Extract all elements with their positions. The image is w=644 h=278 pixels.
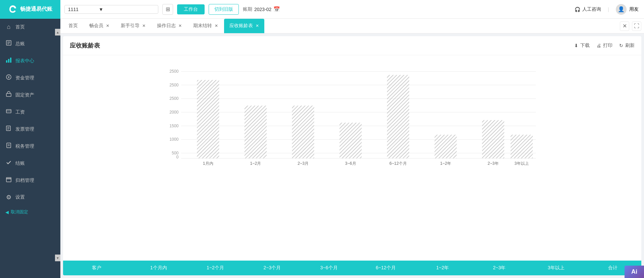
svg-text:6~12个月: 6~12个月 <box>389 161 407 166</box>
consultation-button[interactable]: 🎧 人工咨询 <box>575 6 601 12</box>
bar-2~3月 <box>292 106 314 158</box>
tab-expand-button[interactable]: ⛶ <box>632 21 641 31</box>
settings-icon: ⚙ <box>5 194 12 201</box>
bar-1~2年 <box>435 135 457 158</box>
sidebar-label-settings: 设置 <box>15 194 50 200</box>
content-area: 首页 畅会员 ✕ 新手引导 ✕ 操作日志 ✕ 期末结转 ✕ 应收账龄表 ✕ <box>60 19 644 278</box>
sidebar-label-salary: 工资 <box>15 109 50 115</box>
pin-icon: ◀ <box>5 210 9 215</box>
tab-guide-close[interactable]: ✕ <box>142 24 146 28</box>
refresh-button[interactable]: ↻ 刷新 <box>619 43 635 49</box>
tab-period-end[interactable]: 期末结转 ✕ <box>188 19 223 33</box>
refresh-icon: ↻ <box>619 43 623 48</box>
period-info: 账期 2023-02 📅 <box>243 6 280 12</box>
sidebar-item-invoice[interactable]: 发票管理 <box>0 121 60 138</box>
bar-3~6月 <box>339 123 362 158</box>
ai-badge[interactable]: Ai <box>625 266 644 278</box>
print-button[interactable]: 🖨 打印 <box>596 43 612 49</box>
svg-rect-10 <box>6 110 11 113</box>
tab-period-end-close[interactable]: ✕ <box>215 24 218 28</box>
sidebar-item-tax[interactable]: 税务管理 <box>0 138 60 155</box>
sidebar-label-assets: 固定资产 <box>15 92 50 98</box>
svg-text:2~3年: 2~3年 <box>488 161 499 166</box>
bar-3年以上 <box>511 135 533 158</box>
home-icon: ⌂ <box>5 23 12 30</box>
sidebar-item-salary[interactable]: 工资 <box>0 103 60 121</box>
tab-aging-label: 应收账龄表 <box>229 23 253 29</box>
sidebar-item-settings[interactable]: ⚙ 设置 <box>0 189 60 206</box>
workbench-button[interactable]: 工作台 <box>177 4 205 14</box>
salary-icon <box>5 108 12 116</box>
checkout-icon <box>5 159 12 167</box>
sidebar-item-report[interactable]: 报表中心 <box>0 52 60 69</box>
download-icon: ⬇ <box>574 43 578 48</box>
header-right: 🎧 人工咨询 | 👤 用友 <box>575 4 639 15</box>
tab-oplog-close[interactable]: ✕ <box>178 24 182 28</box>
svg-text:2500: 2500 <box>169 69 178 74</box>
svg-rect-20 <box>6 178 11 179</box>
assets-icon <box>5 91 12 99</box>
sidebar-item-finance[interactable]: ¥ 资金管理 <box>0 69 60 86</box>
user-area[interactable]: 👤 用友 <box>616 4 639 15</box>
tab-guide[interactable]: 新手引导 ✕ <box>115 19 151 33</box>
download-button[interactable]: ⬇ 下载 <box>574 43 590 49</box>
tab-member-close[interactable]: ✕ <box>106 24 109 28</box>
ai-badge-label: Ai <box>631 268 637 275</box>
print-icon: 🖨 <box>596 43 601 48</box>
table-col-1-2m: 1~2个月 <box>187 265 244 271</box>
svg-text:1~2年: 1~2年 <box>440 161 451 166</box>
svg-text:3年以上: 3年以上 <box>515 161 529 166</box>
top-header: 畅捷通易代账 1111 ▼ ⊞ 工作台 切到旧版 账期 2023-02 📅 🎧 … <box>0 0 644 19</box>
tab-aging[interactable]: 应收账龄表 ✕ <box>224 19 264 33</box>
sidebar-item-home[interactable]: ⌂ 首页 <box>0 19 60 35</box>
cancel-fixed-button[interactable]: ◀ 取消固定 <box>0 206 60 218</box>
sidebar-item-ledger[interactable]: 总账 <box>0 35 60 52</box>
ledger-icon <box>5 40 12 48</box>
switch-old-button[interactable]: 切到旧版 <box>209 4 239 15</box>
table-col-customer: 客户 <box>63 265 130 271</box>
sidebar-item-checkout[interactable]: 结账 <box>0 155 60 172</box>
user-avatar: 👤 <box>616 4 627 15</box>
tabs-actions: ✕ ⛶ <box>620 19 641 33</box>
svg-rect-6 <box>10 58 11 63</box>
table-col-3y: 3年以上 <box>528 265 584 271</box>
tab-home[interactable]: 首页 <box>63 19 83 33</box>
table-col-6-12m: 6~12个月 <box>357 265 414 271</box>
tab-period-end-label: 期末结转 <box>193 23 212 29</box>
period-value: 2023-02 <box>254 7 271 12</box>
sidebar-label-finance: 资金管理 <box>15 75 50 81</box>
sidebar-scroll-up[interactable]: ▲ <box>55 29 60 36</box>
bar-1~2月 <box>245 106 267 158</box>
tab-aging-close[interactable]: ✕ <box>256 24 259 28</box>
tab-member[interactable]: 畅会员 ✕ <box>84 19 115 33</box>
svg-rect-9 <box>6 93 11 96</box>
sidebar-label-invoice: 发票管理 <box>15 126 50 132</box>
tab-close-button[interactable]: ✕ <box>620 21 629 31</box>
svg-rect-5 <box>8 59 9 63</box>
copy-button[interactable]: ⊞ <box>162 4 173 15</box>
refresh-label: 刷新 <box>625 43 635 49</box>
calendar-icon[interactable]: 📅 <box>273 6 280 12</box>
svg-text:2000: 2000 <box>169 110 178 115</box>
tab-guide-label: 新手引导 <box>121 23 140 29</box>
logo-icon <box>8 5 17 14</box>
download-label: 下载 <box>580 43 590 49</box>
sidebar-item-assets[interactable]: 固定资产 <box>0 86 60 103</box>
company-selector[interactable]: 1111 ▼ <box>64 5 158 14</box>
sidebar-label-report: 报表中心 <box>15 58 50 64</box>
logo-text: 畅捷通易代账 <box>20 6 52 13</box>
svg-text:1500: 1500 <box>169 124 178 128</box>
consultation-label: 人工咨询 <box>582 6 601 12</box>
main-layout: ▲ ⌂ 首页 总账 报表中心 ¥ 资金管理 固定资产 <box>0 19 644 278</box>
sidebar-scroll-down[interactable]: ▼ <box>55 255 60 261</box>
tab-oplog[interactable]: 操作日志 ✕ <box>152 19 187 33</box>
page-actions: ⬇ 下载 🖨 打印 ↻ 刷新 <box>574 43 635 49</box>
page-header: 应收账龄表 ⬇ 下载 🖨 打印 ↻ 刷新 <box>63 36 641 55</box>
svg-rect-4 <box>6 60 7 63</box>
svg-text:2500: 2500 <box>169 83 178 87</box>
sidebar-item-archive[interactable]: 归档管理 <box>0 172 60 189</box>
svg-text:0: 0 <box>176 155 179 159</box>
svg-text:3~6月: 3~6月 <box>345 161 356 166</box>
table-col-2-3y: 2~3年 <box>471 265 528 271</box>
sidebar-label-archive: 归档管理 <box>15 178 50 184</box>
